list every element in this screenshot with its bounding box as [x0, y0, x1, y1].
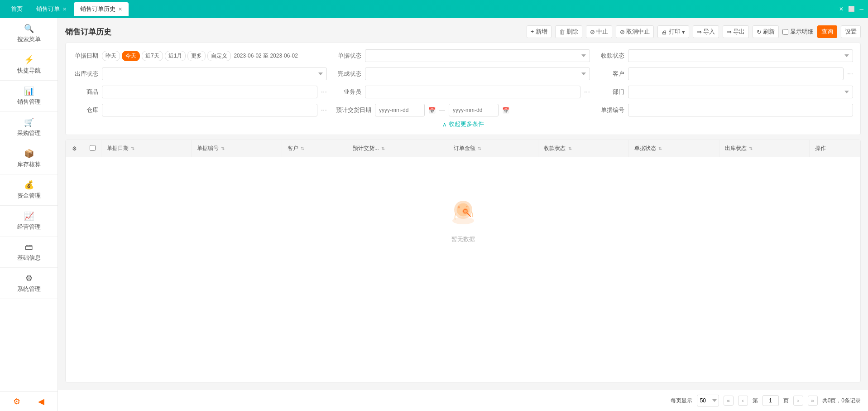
- sidebar-settings-btn[interactable]: ⚙: [13, 396, 20, 406]
- sort-customer-icon[interactable]: ⇅: [301, 146, 304, 151]
- filter-department-label: 部门: [599, 88, 624, 96]
- filter-goods-field: 商品 ···: [73, 86, 327, 98]
- filter-receipt-status-select[interactable]: [628, 49, 853, 62]
- stop-button[interactable]: ⊘ 中止: [586, 25, 612, 38]
- select-all-checkbox[interactable]: [90, 145, 96, 151]
- sidebar-item-purchase[interactable]: 🛒 采购管理: [0, 112, 58, 143]
- filter-warehouse-status-field: 出库状态: [73, 68, 327, 80]
- topbar-minimize-icon[interactable]: ─: [859, 6, 863, 12]
- sidebar-item-search[interactable]: 🔍 搜索菜单: [0, 18, 58, 49]
- refresh-button[interactable]: ↻ 刷新: [753, 25, 779, 38]
- filter-customer-input[interactable]: [628, 68, 844, 80]
- th-checkbox[interactable]: [84, 140, 101, 157]
- page-number-input[interactable]: [762, 395, 779, 406]
- sidebar-item-inventory[interactable]: 📦 库存核算: [0, 143, 58, 174]
- tab-home[interactable]: 首页: [5, 2, 29, 16]
- sort-receipt-status-icon[interactable]: ⇅: [568, 146, 572, 151]
- filter-row-1: 单据日期 昨天 今天 近7天 近1月 更多 自定义 2023-06-02 至 2…: [73, 49, 853, 62]
- last-page-btn[interactable]: »: [808, 396, 818, 406]
- date-chip-today[interactable]: 今天: [122, 51, 140, 61]
- empty-text: 暂无数据: [451, 235, 475, 243]
- filter-bill-status-select[interactable]: [365, 49, 590, 62]
- tab-sales-order-history[interactable]: 销售订单历史 ✕: [74, 2, 129, 16]
- search-icon: 🔍: [24, 24, 34, 34]
- cancel-stop-icon: ⊘: [620, 29, 625, 35]
- th-settings[interactable]: ⚙: [66, 140, 84, 157]
- collapse-arrow: ∧: [442, 121, 447, 128]
- topbar-close-icon[interactable]: ✕: [839, 6, 844, 12]
- filter-warehouse-status-select[interactable]: [102, 68, 327, 80]
- filter-customer-dots[interactable]: ···: [847, 70, 853, 78]
- filter-warehouse-dots[interactable]: ···: [321, 106, 327, 114]
- sidebar-item-finance[interactable]: 💰 资金管理: [0, 174, 58, 206]
- refresh-icon: ↻: [757, 29, 762, 35]
- filter-salesperson-input[interactable]: [365, 86, 580, 98]
- filter-salesperson-field: 业务员 ···: [336, 86, 590, 98]
- sidebar-item-sales[interactable]: 📊 销售管理: [0, 81, 58, 112]
- date-chip-custom[interactable]: 自定义: [207, 51, 231, 61]
- per-page-select[interactable]: 10 20 50 100: [697, 395, 719, 406]
- sidebar-item-operations[interactable]: 📈 经营管理: [0, 206, 58, 237]
- date-chip-more[interactable]: 更多: [187, 51, 206, 61]
- date-chip-yesterday[interactable]: 昨天: [102, 51, 120, 61]
- new-button-label: + 新增: [531, 28, 547, 36]
- topbar-restore-icon[interactable]: ⬜: [848, 6, 855, 12]
- filter-receipt-status-label: 收款状态: [599, 52, 624, 60]
- filter-salesperson-label: 业务员: [336, 88, 361, 96]
- sidebar: 🔍 搜索菜单 ⚡ 快捷导航 📊 销售管理 🛒 采购管理 📦 库存核算 💰 资金管…: [0, 18, 58, 411]
- sidebar-item-finance-label: 资金管理: [17, 192, 41, 200]
- tab-sales-order[interactable]: 销售订单 ✕: [30, 2, 73, 16]
- filter-goods-dots[interactable]: ···: [321, 88, 327, 96]
- settings-button[interactable]: 设置: [841, 25, 861, 38]
- filter-expected-date-start[interactable]: [375, 104, 425, 116]
- filter-warehouse-input[interactable]: [102, 104, 317, 116]
- prev-page-btn[interactable]: ‹: [738, 396, 748, 406]
- display-detail-toggle[interactable]: 显示明细: [782, 28, 814, 36]
- import-button-label: 导入: [703, 28, 715, 36]
- date-chip-1month[interactable]: 近1月: [165, 51, 186, 61]
- sort-amount-icon[interactable]: ⇅: [478, 146, 481, 151]
- sort-bill-no-icon[interactable]: ⇅: [221, 146, 225, 151]
- filter-goods-input[interactable]: [102, 86, 317, 98]
- filter-department-field: 部门: [599, 86, 853, 98]
- import-button[interactable]: ⇒ 导入: [693, 25, 719, 38]
- collapse-label: 收起更多条件: [449, 120, 484, 128]
- new-button[interactable]: + 新增: [527, 25, 551, 38]
- sidebar-collapse-btn[interactable]: ◀: [38, 396, 44, 406]
- calendar-icon-end[interactable]: 📅: [502, 107, 509, 114]
- delete-button[interactable]: 🗑 删除: [555, 25, 582, 38]
- sort-expected-date-icon[interactable]: ⇅: [381, 146, 385, 151]
- date-chip-7days[interactable]: 近7天: [142, 51, 163, 61]
- query-button[interactable]: 查询: [817, 25, 837, 38]
- page-title: 销售订单历史: [65, 27, 111, 37]
- data-table: ⚙ 单据日期 ⇅ 单据编号 ⇅ 客户 ⇅ 预计交货... ⇅ 订单金额 ⇅ 收款…: [66, 140, 860, 157]
- filter-customer-field: 客户 ···: [599, 68, 853, 80]
- filter-complete-status-select[interactable]: [365, 68, 590, 80]
- sort-date-icon[interactable]: ⇅: [131, 146, 134, 151]
- filter-expected-date-end[interactable]: [449, 104, 499, 116]
- tab-sales-order-close[interactable]: ✕: [62, 6, 67, 12]
- filter-bill-no-input[interactable]: [628, 104, 853, 116]
- sidebar-item-master-data[interactable]: 🗃 基础信息: [0, 237, 58, 268]
- purchase-icon: 🛒: [24, 117, 34, 127]
- collapse-row[interactable]: ∧ 收起更多条件: [73, 120, 853, 128]
- page-header: 销售订单历史 + 新增 🗑 删除 ⊘ 中止 ⊘ 取消中止: [65, 25, 861, 38]
- cancel-stop-button[interactable]: ⊘ 取消中止: [616, 25, 654, 38]
- print-button-label: 打印: [669, 28, 681, 36]
- calendar-icon-start[interactable]: 📅: [428, 107, 436, 114]
- first-page-btn[interactable]: «: [724, 396, 734, 406]
- tab-sales-order-history-close[interactable]: ✕: [118, 6, 122, 12]
- page-label-suffix: 页: [783, 397, 789, 405]
- sort-warehouse-status-icon[interactable]: ⇅: [749, 146, 753, 151]
- next-page-btn[interactable]: ›: [793, 396, 803, 406]
- filter-salesperson-dots[interactable]: ···: [584, 88, 590, 96]
- inventory-icon: 📦: [24, 149, 34, 159]
- sidebar-item-inventory-label: 库存核算: [17, 160, 41, 169]
- sort-bill-status-icon[interactable]: ⇅: [658, 146, 662, 151]
- sidebar-item-quick-nav[interactable]: ⚡ 快捷导航: [0, 49, 58, 81]
- sidebar-item-system[interactable]: ⚙ 系统管理: [0, 268, 58, 299]
- filter-department-select[interactable]: [628, 86, 853, 98]
- print-button[interactable]: 🖨 打印 ▾: [657, 25, 689, 38]
- export-button[interactable]: ⇒ 导出: [723, 25, 749, 38]
- display-detail-checkbox[interactable]: [782, 29, 788, 35]
